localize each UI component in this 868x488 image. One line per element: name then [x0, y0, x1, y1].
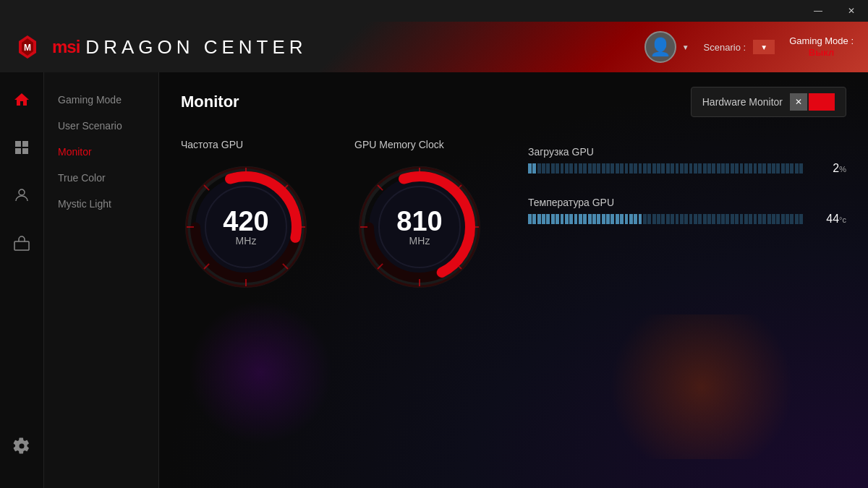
- bar-segment: [676, 163, 679, 174]
- scenario-section: Scenario : ▼: [704, 40, 775, 54]
- bg-glow-right: [593, 314, 810, 459]
- bar-segment: [799, 163, 803, 174]
- bar-segment: [758, 214, 762, 224]
- toggle-on-button[interactable]: [809, 93, 835, 111]
- bar-segment: [767, 214, 771, 224]
- bar-segment: [781, 214, 785, 224]
- bar-segment: [629, 214, 633, 224]
- bar-segment: [694, 214, 697, 224]
- content-header: Monitor Hardware Monitor ✕: [159, 72, 868, 132]
- user-dropdown-arrow[interactable]: ▼: [682, 43, 689, 51]
- header-right: 👤 ▼ Scenario : ▼ Gaming Mode : Выкл: [644, 31, 868, 63]
- sidebar-menu: Gaming Mode User Scenario Monitor True C…: [43, 72, 158, 217]
- sidebar-nav-user[interactable]: [9, 182, 35, 208]
- gpu-freq-unit: MHz: [223, 235, 268, 247]
- bar-segment: [790, 214, 793, 224]
- bar-segment: [542, 214, 545, 224]
- bar-segment: [565, 214, 569, 224]
- bar-segment: [588, 163, 592, 174]
- bar-segment: [569, 163, 573, 174]
- sidebar-item-gaming-mode[interactable]: Gaming Mode: [43, 87, 158, 113]
- bar-segment: [532, 214, 536, 224]
- bar-segment: [639, 163, 642, 174]
- bar-segment: [731, 163, 734, 174]
- user-avatar[interactable]: 👤: [644, 31, 676, 63]
- bar-segment: [781, 163, 785, 174]
- bar-segment: [556, 214, 559, 224]
- sidebar-nav-toolbox[interactable]: [9, 230, 35, 256]
- bar-segment: [749, 163, 752, 174]
- bar-segment: [689, 163, 693, 174]
- bar-segment: [588, 214, 592, 224]
- bar-segment: [574, 214, 578, 224]
- bar-segment: [754, 214, 757, 224]
- sidebar-nav-settings[interactable]: [9, 433, 35, 459]
- bar-segment: [625, 214, 629, 224]
- bar-segment: [762, 214, 766, 224]
- bar-segment: [698, 214, 702, 224]
- bar-segment: [561, 163, 564, 174]
- bar-segment: [749, 214, 752, 224]
- gpu-temp-label: Температура GPU: [528, 197, 846, 208]
- svg-rect-4: [14, 241, 29, 250]
- bar-segment: [556, 163, 559, 174]
- bar-segment: [680, 163, 684, 174]
- bar-segment: [726, 214, 729, 224]
- sidebar-item-user-scenario[interactable]: User Scenario: [43, 113, 158, 139]
- gpu-load-value: 2%: [810, 162, 846, 175]
- logo-area: M msi DRAGON CENTER: [0, 34, 307, 60]
- bar-segment: [657, 214, 660, 224]
- bar-segment: [528, 214, 532, 224]
- minimize-button[interactable]: —: [801, 0, 835, 22]
- bar-segment: [583, 163, 587, 174]
- bar-segment: [689, 214, 693, 224]
- bar-segment: [795, 214, 799, 224]
- sidebar-item-mystic-light[interactable]: Mystic Light: [43, 191, 158, 217]
- bar-segment: [721, 214, 725, 224]
- gpu-mem-unit: MHz: [396, 235, 442, 247]
- bar-segment: [574, 163, 578, 174]
- bar-segment: [726, 163, 729, 174]
- hardware-monitor-toggle[interactable]: Hardware Monitor ✕: [691, 87, 846, 117]
- bar-segment: [712, 214, 715, 224]
- toggle-switch[interactable]: ✕: [790, 93, 835, 111]
- bar-segment: [717, 163, 720, 174]
- bar-segment: [767, 163, 771, 174]
- sidebar-nav-home[interactable]: [9, 87, 35, 113]
- bar-segment: [652, 163, 656, 174]
- bar-segment: [620, 163, 624, 174]
- bar-segment: [703, 163, 707, 174]
- bar-segment: [799, 214, 803, 224]
- bar-segment: [597, 163, 600, 174]
- bar-segment: [661, 214, 665, 224]
- gpu-freq-gauge: 420 MHz: [181, 162, 311, 292]
- bar-segment: [592, 214, 596, 224]
- bar-segment: [620, 214, 624, 224]
- bar-segment: [546, 214, 550, 224]
- sidebar-nav-grid[interactable]: [9, 134, 35, 160]
- sidebar: Gaming Mode User Scenario Monitor True C…: [0, 72, 159, 488]
- bar-segment: [671, 163, 674, 174]
- bar-segment: [569, 214, 573, 224]
- bar-segment: [666, 163, 670, 174]
- close-button[interactable]: ✕: [835, 0, 868, 22]
- gpu-temp-bar: [528, 214, 803, 224]
- scenario-dropdown[interactable]: ▼: [753, 40, 775, 54]
- bar-segment: [731, 214, 734, 224]
- main-content: Monitor Hardware Monitor ✕ Частота GPU: [159, 72, 868, 488]
- bar-segment: [676, 214, 679, 224]
- bar-segment: [735, 163, 739, 174]
- bar-segment: [707, 163, 711, 174]
- sidebar-item-true-color[interactable]: True Color: [43, 165, 158, 191]
- bar-segment: [643, 163, 647, 174]
- bar-segment: [758, 163, 762, 174]
- svg-point-3: [19, 189, 25, 195]
- bar-segment: [657, 163, 660, 174]
- bar-segment: [579, 163, 582, 174]
- gpu-load-bar: [528, 163, 803, 174]
- bar-segment: [616, 214, 619, 224]
- bar-segment: [639, 214, 642, 224]
- sidebar-item-monitor[interactable]: Monitor: [43, 139, 158, 165]
- toggle-x-button[interactable]: ✕: [790, 93, 807, 111]
- bar-segment: [546, 163, 550, 174]
